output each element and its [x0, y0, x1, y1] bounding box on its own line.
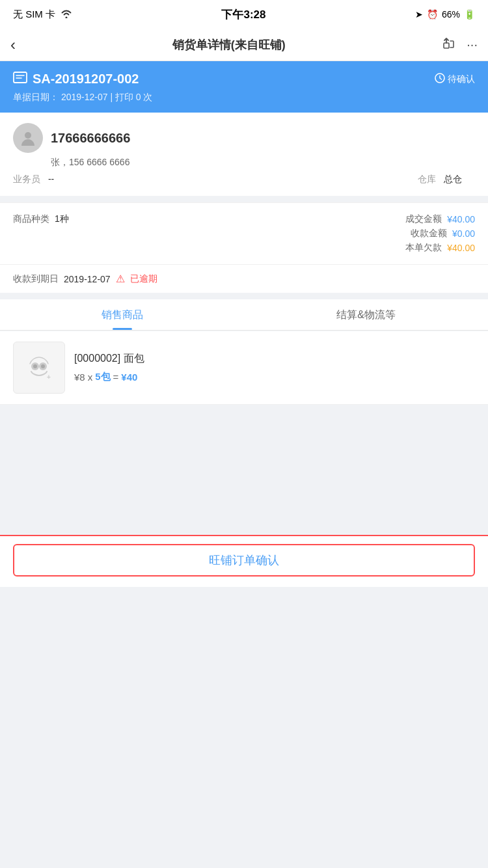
due-row: 收款到期日 2019-12-07 ⚠ 已逾期 [13, 273, 475, 285]
price-unit: ¥8 [74, 372, 85, 383]
page-title: 销货单详情(来自旺铺) [172, 37, 286, 53]
deal-value: ¥40.00 [447, 214, 475, 224]
price-total: ¥40 [121, 372, 137, 383]
product-section: + [0000002] 面包 ¥8 x 5包 = ¥40 [0, 331, 488, 405]
multiply-sign: x [88, 372, 93, 383]
bottom-bar: 旺铺订单确认 [0, 535, 488, 587]
customer-phone: 17666666666 [51, 131, 130, 146]
equals-sign: = [113, 372, 119, 383]
product-price-row: ¥8 x 5包 = ¥40 [74, 371, 475, 383]
paid-amount: 收款金额 ¥0.00 [411, 228, 475, 239]
sales-label: 业务员 [13, 174, 40, 184]
customer-section: 17666666666 张，156 6666 6666 业务员 -- 仓库 总仓 [0, 113, 488, 196]
back-button[interactable]: ‹ [10, 36, 16, 54]
price-qty: 5包 [95, 371, 110, 383]
product-item: + [0000002] 面包 ¥8 x 5包 = ¥40 [0, 331, 488, 405]
customer-name: 张，156 6666 6666 [13, 157, 475, 169]
battery-text: 66% [442, 9, 460, 20]
product-name-text: 面包 [124, 353, 144, 364]
sales-info: 业务员 -- [13, 174, 237, 185]
tab-settlement-label: 结算&物流等 [336, 309, 396, 320]
deal-amount: 成交金额 ¥40.00 [405, 213, 475, 225]
avatar [13, 123, 43, 153]
time-display: 下午3:28 [221, 7, 265, 22]
empty-area [0, 405, 488, 535]
customer-main-row: 17666666666 [13, 123, 475, 153]
order-status-text: 待确认 [448, 74, 475, 85]
carrier-text: 无 SIM 卡 [13, 8, 55, 21]
tab-sales-products[interactable]: 销售商品 [0, 299, 244, 330]
svg-point-7 [41, 364, 45, 368]
svg-point-3 [25, 132, 31, 139]
status-bar: 无 SIM 卡 下午3:28 ➤ ⏰ 66% 🔋 [0, 0, 488, 29]
warehouse-label: 仓库 [418, 174, 436, 184]
due-date-value: 2019-12-07 [64, 274, 111, 284]
product-name: [0000002] 面包 [74, 352, 475, 366]
svg-rect-0 [444, 43, 449, 48]
svg-rect-1 [14, 72, 27, 83]
product-count: 商品种类 1种 [13, 213, 69, 225]
wifi-icon [61, 9, 72, 20]
order-header-top: SA-20191207-002 待确认 [13, 72, 475, 87]
order-date: 单据日期： 2019-12-07 | 打印 0 次 [13, 92, 475, 103]
tab-products-label: 销售商品 [102, 309, 143, 320]
tabs-section: 销售商品 结算&物流等 [0, 299, 488, 331]
overdue-badge: 已逾期 [130, 273, 157, 285]
owed-label: 本单欠款 [405, 242, 442, 254]
tabs-row: 销售商品 结算&物流等 [0, 299, 488, 330]
order-id: SA-20191207-002 [13, 72, 139, 87]
svg-point-6 [33, 364, 37, 368]
nav-actions: ··· [442, 36, 478, 53]
svg-text:+: + [47, 373, 51, 381]
overdue-warning-icon: ⚠ [116, 273, 125, 285]
more-icon[interactable]: ··· [467, 37, 478, 52]
tab-settlement[interactable]: 结算&物流等 [244, 299, 488, 330]
clock-icon [435, 73, 445, 85]
share-icon[interactable] [442, 36, 456, 53]
order-status: 待确认 [435, 73, 475, 85]
confirm-order-button[interactable]: 旺铺订单确认 [13, 544, 475, 576]
deal-label: 成交金额 [405, 213, 442, 225]
due-label: 收款到期日 [13, 273, 59, 285]
paid-value: ¥0.00 [452, 228, 475, 239]
alarm-icon: ⏰ [427, 9, 438, 20]
amounts-section: 商品种类 1种 成交金额 ¥40.00 收款金额 ¥0.00 本单欠款 ¥40.… [0, 203, 488, 264]
location-icon: ➤ [415, 9, 423, 20]
overdue-text: 已逾期 [130, 273, 157, 285]
battery-icon: 🔋 [464, 9, 475, 20]
product-thumbnail: + [13, 342, 65, 394]
sales-value: -- [48, 174, 54, 184]
product-code: [0000002] [74, 353, 120, 364]
status-left: 无 SIM 卡 [13, 8, 72, 21]
status-right: ➤ ⏰ 66% 🔋 [415, 9, 475, 20]
due-section: 收款到期日 2019-12-07 ⚠ 已逾期 [0, 264, 488, 293]
product-count-value: 1种 [55, 213, 69, 225]
warehouse-value: 总仓 [444, 174, 462, 184]
owed-amount: 本单欠款 ¥40.00 [405, 242, 475, 254]
amounts-row: 商品种类 1种 成交金额 ¥40.00 收款金额 ¥0.00 本单欠款 ¥40.… [13, 213, 475, 254]
confirm-label: 旺铺订单确认 [209, 552, 279, 568]
product-info: [0000002] 面包 ¥8 x 5包 = ¥40 [74, 352, 475, 383]
owed-value: ¥40.00 [447, 243, 475, 253]
amounts-right: 成交金额 ¥40.00 收款金额 ¥0.00 本单欠款 ¥40.00 [405, 213, 475, 254]
receipt-icon [13, 72, 27, 87]
order-header: SA-20191207-002 待确认 单据日期： 2019-12-07 | 打… [0, 61, 488, 113]
customer-meta: 业务员 -- 仓库 总仓 [13, 174, 475, 185]
paid-label: 收款金额 [411, 228, 447, 239]
nav-bar: ‹ 销货单详情(来自旺铺) ··· [0, 29, 488, 61]
order-id-text: SA-20191207-002 [33, 72, 139, 87]
warehouse-info: 仓库 总仓 [237, 174, 475, 185]
product-count-label: 商品种类 [13, 213, 49, 225]
